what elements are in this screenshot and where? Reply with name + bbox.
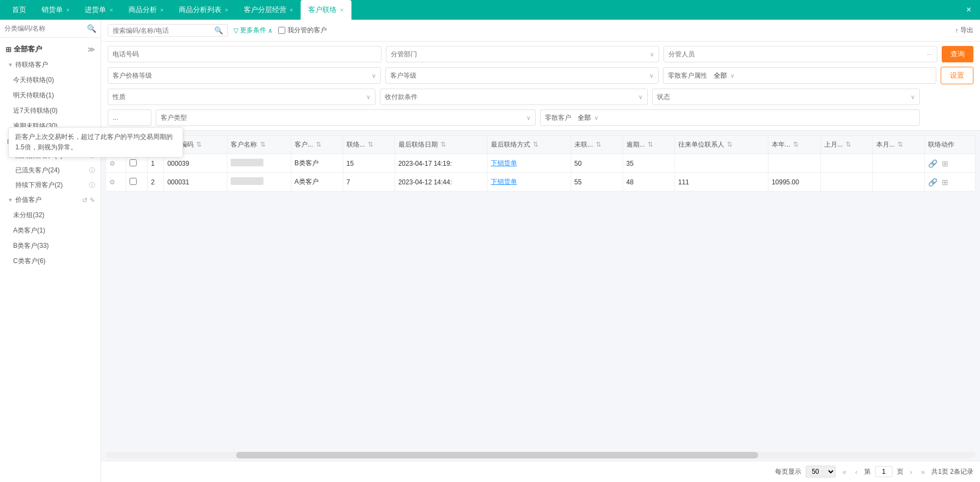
more-filter-dots[interactable]: ... bbox=[108, 109, 151, 126]
tab-sales[interactable]: 销货单 × bbox=[34, 0, 77, 20]
contact-column-header[interactable]: 联络... ⇅ bbox=[343, 136, 395, 154]
refresh-icon[interactable]: ↺ bbox=[82, 196, 87, 204]
chevron-down-icon: ∨ bbox=[650, 51, 654, 58]
my-customers-checkbox[interactable]: 我分管的客户 bbox=[278, 26, 327, 35]
page-input[interactable] bbox=[875, 466, 893, 477]
triangle-icon: ▼ bbox=[8, 197, 13, 203]
last-month-column-header[interactable]: 上月... ⇅ bbox=[820, 136, 872, 154]
row-contact: 7 bbox=[343, 173, 395, 191]
gender-filter[interactable]: 性质 ∨ bbox=[108, 89, 375, 105]
row-action: 🔗 ⊞ bbox=[924, 173, 975, 191]
sidebar-item-declining[interactable]: 持续下滑客户(2) ⓘ bbox=[0, 178, 101, 193]
sidebar-search-bar: 🔍 bbox=[0, 20, 101, 38]
horizontal-scrollbar[interactable] bbox=[105, 452, 976, 458]
sidebar-item-already-lost[interactable]: 已流失客户(24) ⓘ bbox=[0, 163, 101, 178]
more-conditions-button[interactable]: ▽ 更多条件 ∧ bbox=[233, 26, 273, 35]
sidebar-item-class-a[interactable]: A类客户(1) bbox=[0, 223, 101, 238]
sidebar-search-input[interactable] bbox=[4, 25, 87, 32]
retail-customer-filter[interactable]: 零散客户 全部 ∨ bbox=[540, 109, 920, 126]
grid-action-icon[interactable]: ⊞ bbox=[942, 178, 948, 187]
tab-customer-contact[interactable]: 客户联络 × bbox=[301, 0, 351, 20]
tab-home[interactable]: 首页 bbox=[4, 0, 34, 20]
prev-page-button[interactable]: ‹ bbox=[853, 468, 859, 476]
query-button[interactable]: 查询 bbox=[942, 46, 973, 62]
export-button[interactable]: ↑ 导出 bbox=[955, 26, 973, 35]
link-action-icon[interactable]: 🔗 bbox=[928, 159, 937, 168]
table-area: ⚙ 客户编码 ⇅ 客户名称 ⇅ bbox=[101, 131, 980, 452]
group-pending-contact[interactable]: ▼ 待联络客户 bbox=[0, 57, 101, 72]
this-month-column-header[interactable]: 本月... ⇅ bbox=[872, 136, 924, 154]
retail-attr-filter[interactable]: 零散客户属性 全部 ∨ bbox=[663, 67, 936, 84]
sidebar-group-value-customers[interactable]: ▼ 价值客户 ↺ ✎ bbox=[0, 193, 101, 207]
close-icon[interactable]: × bbox=[225, 7, 228, 13]
grid-action-icon[interactable]: ⊞ bbox=[942, 159, 948, 168]
this-year-column-header[interactable]: 本年... ⇅ bbox=[768, 136, 820, 154]
overdue-column-header[interactable]: 逾期... ⇅ bbox=[623, 136, 674, 154]
contact-person-column-header[interactable]: 往来单位联系人 ⇅ bbox=[674, 136, 768, 154]
link-action-icon[interactable]: 🔗 bbox=[928, 178, 937, 187]
main-search-input[interactable] bbox=[113, 27, 214, 34]
tab-purchase[interactable]: 进货单 × bbox=[77, 0, 120, 20]
close-icon[interactable]: × bbox=[109, 7, 113, 13]
search-icon[interactable]: 🔍 bbox=[214, 26, 223, 34]
edit-icon[interactable]: ✎ bbox=[90, 196, 95, 204]
filter-row-2: 客户价格等级 ∨ 客户等级 ∨ 零散客户属性 全部 ∨ 设置 bbox=[108, 67, 973, 84]
row-overdue: 35 bbox=[623, 154, 674, 173]
first-page-button[interactable]: « bbox=[840, 468, 848, 476]
customer-type-filter[interactable]: 客户类型 ∨ bbox=[156, 109, 536, 126]
sidebar-item-7days[interactable]: 近7天待联络(0) bbox=[0, 103, 101, 118]
close-icon[interactable]: × bbox=[160, 7, 163, 13]
grid-icon: ⊞ bbox=[5, 45, 11, 54]
row-checkbox[interactable] bbox=[126, 173, 148, 191]
uncontacted-column-header[interactable]: 未联... ⇅ bbox=[571, 136, 623, 154]
next-page-button[interactable]: › bbox=[908, 468, 914, 476]
page-label-2: 页 bbox=[897, 467, 903, 477]
sidebar-item-class-c[interactable]: C类客户(6) bbox=[0, 253, 101, 269]
row-gear[interactable]: ⚙ bbox=[106, 173, 126, 191]
info-icon[interactable]: ⓘ bbox=[89, 181, 95, 189]
all-customers-title[interactable]: ⊞ 全部客户 ≫ bbox=[0, 41, 101, 57]
sort-icon: ⇅ bbox=[533, 141, 538, 148]
customer-grade-filter[interactable]: 客户等级 ∨ bbox=[385, 67, 659, 84]
collapse-icon[interactable]: ≫ bbox=[87, 45, 95, 54]
close-all-button[interactable]: × bbox=[962, 5, 976, 15]
my-customers-check[interactable] bbox=[278, 27, 285, 34]
grade-column-header[interactable]: 客户... ⇅ bbox=[291, 136, 343, 154]
last-date-column-header[interactable]: 最后联络日期 ⇅ bbox=[395, 136, 487, 154]
sidebar-item-class-b[interactable]: B类客户(33) bbox=[0, 238, 101, 253]
sidebar-item-ungrouped[interactable]: 未分组(32) bbox=[0, 207, 101, 223]
status-filter[interactable]: 状态 ∨ bbox=[652, 89, 920, 105]
price-grade-filter[interactable]: 客户价格等级 ∨ bbox=[108, 67, 381, 84]
row-last-method[interactable]: 下销货单 bbox=[487, 173, 571, 191]
sort-icon: ⇅ bbox=[648, 141, 653, 148]
last-page-button[interactable]: » bbox=[919, 468, 927, 476]
person-filter[interactable]: 分管人员 ··· bbox=[664, 46, 937, 62]
close-icon[interactable]: × bbox=[290, 7, 293, 13]
close-icon[interactable]: × bbox=[66, 7, 69, 13]
row-last-method[interactable]: 下销货单 bbox=[487, 154, 571, 173]
sidebar-item-tomorrow[interactable]: 明天待联络(1) bbox=[0, 88, 101, 103]
sidebar-item-today[interactable]: 今天待联络(0) bbox=[0, 72, 101, 88]
row-name bbox=[227, 173, 291, 191]
sidebar-search-icon[interactable]: 🔍 bbox=[87, 24, 96, 33]
close-icon[interactable]: × bbox=[340, 7, 343, 13]
per-page-select[interactable]: 50 100 200 bbox=[806, 466, 836, 478]
tab-goods-analysis[interactable]: 商品分析 × bbox=[121, 0, 171, 20]
tab-goods-analysis-list[interactable]: 商品分析列表 × bbox=[171, 0, 236, 20]
dots-icon[interactable]: ··· bbox=[927, 50, 932, 58]
last-method-column-header[interactable]: 最后联络方式 ⇅ bbox=[487, 136, 571, 154]
sort-icon: ⇅ bbox=[196, 141, 202, 148]
payment-filter[interactable]: 收付款条件 ∨ bbox=[380, 89, 648, 105]
row-this-year: 10995.00 bbox=[768, 173, 820, 191]
chevron-down-icon: ∨ bbox=[366, 94, 371, 101]
table-body: ⚙ 1 000039 B类客户 15 2023-04-17 14:19: 下销货… bbox=[106, 154, 976, 191]
name-column-header[interactable]: 客户名称 ⇅ bbox=[227, 136, 291, 154]
row-last-month bbox=[820, 154, 872, 173]
row-last-month bbox=[820, 173, 872, 191]
info-icon[interactable]: ⓘ bbox=[89, 166, 95, 175]
dept-filter[interactable]: 分管部门 ∨ bbox=[386, 46, 660, 62]
settings-button[interactable]: 设置 bbox=[941, 67, 973, 84]
sort-icon: ⇅ bbox=[596, 141, 601, 148]
phone-filter[interactable]: 电话号码 bbox=[108, 46, 382, 62]
tab-customer-tier[interactable]: 客户分层经营 × bbox=[236, 0, 301, 20]
